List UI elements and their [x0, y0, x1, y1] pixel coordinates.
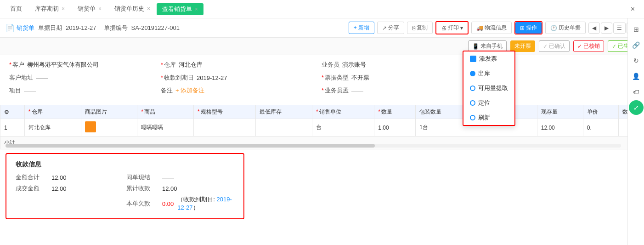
col-qty: *数量 [374, 105, 416, 119]
tab-bar: 首页 库存期初 × 销货单 × 销货单历史 × 查看销货单 × × [0, 0, 644, 18]
products-table: ⚙ *仓库 商品图片 *商品 *规格型号 最低库存 *销售单位 *数量 包装数量… [0, 105, 644, 149]
sidebar-user-icon[interactable]: 👤 [629, 69, 644, 84]
horizontal-scrollbar[interactable] [6, 144, 621, 148]
payment-section: 收款信息 金额合计 12.00 成交金额 12.00 同单现结 —— 累计收款 [6, 153, 244, 219]
row-price: 0. [583, 119, 618, 137]
secondary-toolbar: 📱 来自手机 未开票 ✓ 已确认 ✓ 已核销 ✓ 已生效 [0, 38, 644, 55]
sidebar-rotate-icon[interactable]: ↻ [629, 53, 644, 68]
right-sidebar: ⊞ 🔗 ↻ 👤 🏷 ⤢ [627, 18, 644, 245]
col-warehouse: *仓库 [24, 105, 81, 119]
menu-location[interactable]: 定位 [463, 96, 514, 110]
add-note-button[interactable]: + 添加备注 [175, 86, 204, 95]
ticket-type-field: *票据类型 不开票 [322, 74, 436, 82]
history-icon: 🕐 [550, 25, 557, 31]
ticket-type-value: 不开票 [351, 74, 369, 82]
main-content: 📄 销货单 单据日期 2019-12-27 单据编号 SA-20191227-0… [0, 18, 644, 245]
row-img [81, 119, 137, 137]
tab-view-sales[interactable]: 查看销货单 × [157, 3, 203, 15]
history-button[interactable]: 🕐 历史单据 [545, 22, 586, 34]
staff2-field: *业务员孟 —— [322, 86, 436, 95]
col-img: 商品图片 [81, 105, 137, 119]
share-button[interactable]: ↗ 分享 [377, 22, 404, 34]
menu-out-warehouse[interactable]: 出库 [463, 66, 514, 81]
effect-check-icon: ✓ [612, 43, 616, 50]
row-current: 12.00 [537, 119, 583, 137]
sidebar-tag-icon[interactable]: 🏷 [629, 85, 644, 99]
sidebar-table-icon[interactable]: ⊞ [629, 22, 644, 37]
payment-transaction-row: 成交金额 12.00 [16, 184, 124, 193]
cancel-check-icon: ✓ [577, 43, 582, 50]
form-row-1: *客户 柳州粤港平安气体有限公司 *仓库 河北仓库 业务员 演示账号 [9, 61, 635, 69]
table-wrapper: ⚙ *仓库 商品图片 *商品 *规格型号 最低库存 *销售单位 *数量 包装数量… [0, 105, 644, 149]
next-button[interactable]: ▶ [601, 23, 612, 34]
add-invoice-icon [470, 56, 476, 62]
doc-date-label: 单据日期 2019-12-27 [38, 24, 96, 32]
refresh-icon [470, 115, 475, 120]
payment-arrears-row: 本单欠款 0.00 （收款到期日: 2019-12-27） [126, 195, 234, 212]
print-highlight-box: 🖨 打印 ▾ [435, 21, 469, 34]
copy-icon: ⎘ [412, 25, 415, 31]
sidebar-link-icon[interactable]: 🔗 [629, 38, 644, 52]
customer-value: 柳州粤港平安气体有限公司 [27, 61, 99, 69]
col-price: 单价 [583, 105, 618, 119]
cancel-button[interactable]: ✓ 已核销 [573, 40, 604, 52]
print-icon: 🖨 [441, 25, 446, 31]
project-value: —— [24, 87, 36, 94]
table-header-row: ⚙ *仓库 商品图片 *商品 *规格型号 最低库存 *销售单位 *数量 包装数量… [0, 105, 644, 119]
tab-home[interactable]: 首页 [4, 0, 28, 18]
form-area: *客户 柳州粤港平安气体有限公司 *仓库 河北仓库 业务员 演示账号 客户地址 … [0, 55, 644, 105]
tab-inventory-open[interactable]: 库存期初 × [28, 0, 71, 18]
window-close-button[interactable]: × [625, 5, 640, 13]
tab-close-history[interactable]: × [147, 6, 150, 12]
menu-available-qty[interactable]: 可用量提取 [463, 81, 514, 96]
doc-type-badge: 📄 销货单 [6, 23, 34, 32]
due-date-value: 2019-12-27 [197, 74, 227, 81]
logistics-button[interactable]: 🚚 物流信息 [471, 22, 512, 34]
payment-arrears-value: 0.00 [162, 200, 174, 207]
warehouse-field: *仓库 河北仓库 [161, 61, 276, 69]
product-image [85, 121, 96, 132]
row-warehouse: 河北仓库 [24, 119, 81, 137]
note-field: 备注 + 添加备注 [161, 86, 276, 95]
grid-icon: ⊞ [520, 25, 525, 31]
warehouse-value: 河北仓库 [179, 61, 203, 69]
doc-type-label: 销货单 [17, 24, 34, 32]
payment-total-value: 12.00 [51, 174, 67, 181]
scrollbar-thumb[interactable] [6, 144, 375, 148]
menu-add-invoice[interactable]: 添发票 [463, 51, 514, 66]
row-spec [194, 119, 256, 137]
tab-close-view-sales[interactable]: × [195, 6, 198, 12]
row-unit: 台 [312, 119, 374, 137]
tab-close-inventory[interactable]: × [62, 6, 65, 12]
address-value: —— [36, 74, 48, 81]
location-icon [470, 100, 475, 106]
toolbar: 📄 销货单 单据日期 2019-12-27 单据编号 SA-20191227-0… [0, 18, 644, 38]
view-list-button[interactable]: ☰ [613, 23, 626, 34]
project-field: 项目 —— [9, 86, 124, 95]
row-qty: 1.00 [374, 119, 416, 137]
payment-settlement-row: 同单现结 —— [126, 173, 234, 182]
row-min-stock [256, 119, 312, 137]
payment-cumulative-row: 累计收款 12.00 [126, 184, 234, 193]
payment-grid: 金额合计 12.00 成交金额 12.00 同单现结 —— 累计收款 12.00 [16, 173, 234, 212]
payment-total-row: 金额合计 12.00 [16, 173, 124, 182]
tab-close-sales[interactable]: × [98, 6, 102, 12]
phone-icon: 📱 [472, 43, 479, 50]
operation-button[interactable]: ⊞ 操作 [515, 22, 542, 34]
form-row-2: 客户地址 —— *收款到期日 2019-12-27 *票据类型 不开票 [9, 74, 635, 82]
sidebar-expand-icon[interactable]: ⤢ [629, 100, 644, 115]
new-button[interactable]: + 新增 [349, 22, 374, 34]
copy-button[interactable]: ⎘ 复制 [407, 22, 433, 34]
menu-refresh[interactable]: 刷新 [463, 110, 514, 125]
col-spec: *规格型号 [194, 105, 256, 119]
confirm-button[interactable]: ✓ 已确认 [539, 40, 570, 52]
doc-meta: 单据日期 2019-12-27 单据编号 SA-20191227-001 [38, 24, 180, 32]
prev-button[interactable]: ◀ [588, 23, 600, 34]
tab-sales-order[interactable]: 销货单 × [71, 0, 108, 18]
col-settings[interactable]: ⚙ [0, 105, 25, 119]
print-button[interactable]: 🖨 打印 ▾ [436, 22, 468, 34]
available-qty-icon [470, 85, 475, 91]
table-row: 1 河北仓库 嗝嗝嗝嗝 台 1.00 1台 12.00 0. [0, 119, 644, 137]
tab-sales-history[interactable]: 销货单历史 × [108, 0, 157, 18]
check-icon: ✓ [543, 43, 548, 50]
